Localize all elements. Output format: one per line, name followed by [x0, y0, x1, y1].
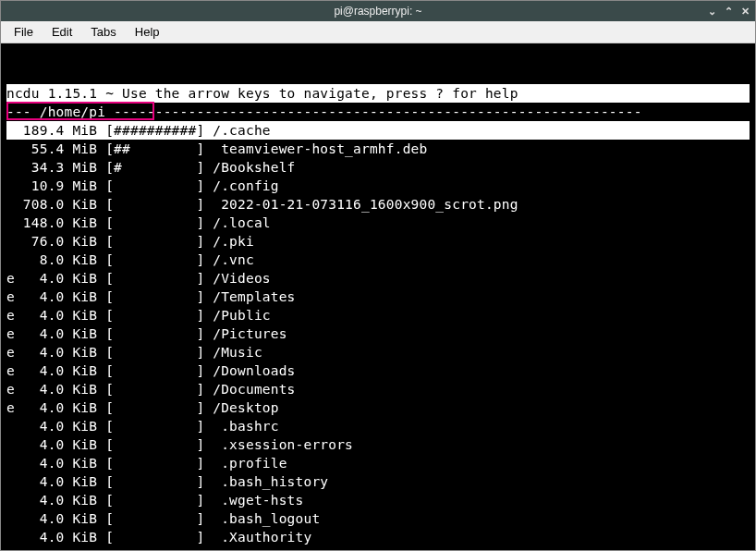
maximize-button[interactable]: ⌃ — [722, 5, 735, 18]
ncdu-path-row: --- /home/pi ---------------------------… — [6, 103, 750, 121]
file-row[interactable]: e 4.0 KiB [ ] /Public — [6, 306, 750, 324]
window-title: pi@raspberrypi: ~ — [1, 5, 755, 18]
menu-file[interactable]: File — [5, 23, 43, 41]
ncdu-header: ncdu 1.15.1 ~ Use the arrow keys to navi… — [6, 84, 750, 103]
file-row[interactable]: 4.0 KiB [ ] .wget-hsts — [6, 491, 750, 509]
file-row[interactable]: 55.4 MiB [## ] teamviewer-host_armhf.deb — [6, 140, 750, 158]
file-row[interactable]: 189.4 MiB [##########] /.cache — [6, 121, 750, 140]
file-row[interactable]: e 4.0 KiB [ ] /Downloads — [6, 361, 750, 380]
terminal-window: pi@raspberrypi: ~ ⌄ ⌃ ✕ File Edit Tabs H… — [0, 0, 756, 551]
file-row[interactable]: 148.0 KiB [ ] /.local — [6, 214, 750, 232]
file-row[interactable]: e 4.0 KiB [ ] /Templates — [6, 288, 750, 306]
menubar: File Edit Tabs Help — [1, 21, 755, 43]
file-row[interactable]: e 4.0 KiB [ ] /Music — [6, 343, 750, 361]
ncdu-file-list[interactable]: 189.4 MiB [##########] /.cache 55.4 MiB … — [6, 121, 750, 546]
file-row[interactable]: 4.0 KiB [ ] .bash_history — [6, 472, 750, 491]
file-row[interactable]: 4.0 KiB [ ] .profile — [6, 454, 750, 472]
file-row[interactable]: 4.0 KiB [ ] .Xauthority — [6, 528, 750, 546]
file-row[interactable]: 8.0 KiB [ ] /.vnc — [6, 251, 750, 269]
minimize-button[interactable]: ⌄ — [705, 5, 718, 18]
menu-tabs[interactable]: Tabs — [81, 23, 125, 41]
file-row[interactable]: 76.0 KiB [ ] /.pki — [6, 232, 750, 251]
file-row[interactable]: 34.3 MiB [# ] /Bookshelf — [6, 158, 750, 177]
file-row[interactable]: e 4.0 KiB [ ] /Videos — [6, 269, 750, 288]
menu-edit[interactable]: Edit — [43, 23, 81, 41]
titlebar[interactable]: pi@raspberrypi: ~ ⌄ ⌃ ✕ — [1, 1, 755, 21]
file-row[interactable]: e 4.0 KiB [ ] /Pictures — [6, 324, 750, 343]
menu-help[interactable]: Help — [126, 23, 169, 41]
close-button[interactable]: ✕ — [738, 5, 751, 18]
window-controls: ⌄ ⌃ ✕ — [705, 5, 751, 18]
file-row[interactable]: 10.9 MiB [ ] /.config — [6, 177, 750, 195]
file-row[interactable]: e 4.0 KiB [ ] /Desktop — [6, 398, 750, 417]
file-row[interactable]: 4.0 KiB [ ] .bash_logout — [6, 509, 750, 528]
file-row[interactable]: e 4.0 KiB [ ] /Documents — [6, 380, 750, 398]
file-row[interactable]: 4.0 KiB [ ] .xsession-errors — [6, 435, 750, 454]
spacer — [6, 546, 750, 550]
file-row[interactable]: 708.0 KiB [ ] 2022-01-21-073116_1600x900… — [6, 195, 750, 214]
file-row[interactable]: 4.0 KiB [ ] .bashrc — [6, 417, 750, 435]
ncdu-path-line: --- /home/pi ---------------------------… — [6, 104, 642, 119]
terminal-output[interactable]: ncdu 1.15.1 ~ Use the arrow keys to navi… — [1, 43, 755, 550]
